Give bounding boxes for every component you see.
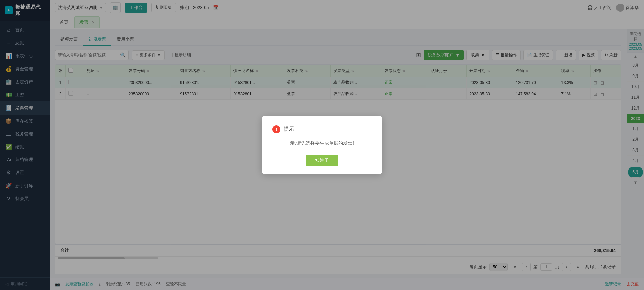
modal-confirm-button[interactable]: 知道了	[306, 155, 338, 166]
modal-overlay[interactable]: ! 提示 亲,请先选择要生成单据的发票! 知道了	[0, 0, 644, 290]
modal-dialog: ! 提示 亲,请先选择要生成单据的发票! 知道了	[262, 116, 382, 174]
modal-footer: 知道了	[272, 155, 372, 166]
modal-title-row: ! 提示	[272, 125, 372, 133]
modal-body: 亲,请先选择要生成单据的发票!	[272, 139, 372, 147]
modal-title: 提示	[284, 126, 294, 133]
modal-warning-icon: !	[272, 125, 280, 133]
